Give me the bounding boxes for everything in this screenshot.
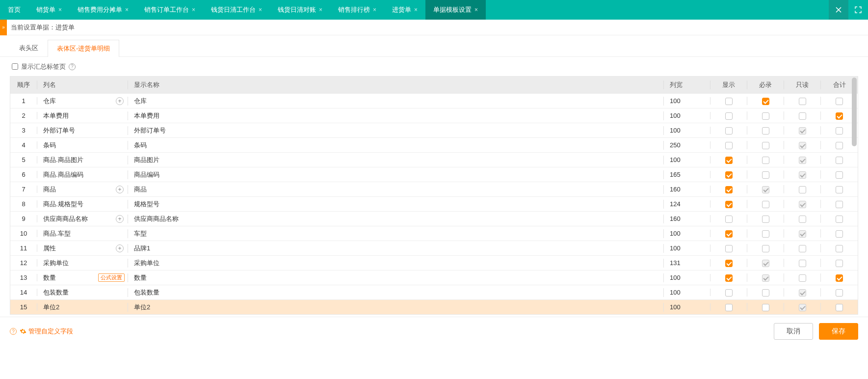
show-checkbox[interactable] bbox=[725, 260, 733, 267]
cell-width[interactable]: 100 bbox=[664, 303, 710, 311]
cell-width[interactable]: 100 bbox=[664, 230, 710, 237]
cell-display[interactable]: 供应商商品名称 bbox=[128, 215, 664, 223]
show-checkbox[interactable] bbox=[725, 201, 733, 208]
required-checkbox[interactable] bbox=[762, 142, 769, 149]
cell-display[interactable]: 商品 bbox=[128, 185, 664, 194]
table-row[interactable]: 8商品.规格型号规格型号124 bbox=[10, 196, 858, 211]
table-row[interactable]: 1仓库+仓库100 bbox=[10, 93, 858, 108]
total-checkbox[interactable] bbox=[836, 142, 843, 149]
save-button[interactable]: 保存 bbox=[819, 323, 858, 340]
close-icon[interactable]: × bbox=[319, 6, 322, 13]
cell-display[interactable]: 商品图片 bbox=[128, 156, 664, 164]
breadcrumb-handle-icon[interactable]: » bbox=[0, 20, 7, 35]
required-checkbox[interactable] bbox=[762, 157, 769, 164]
cell-width[interactable]: 160 bbox=[664, 186, 710, 193]
table-row[interactable]: 10商品.车型车型100 bbox=[10, 226, 858, 241]
required-checkbox[interactable] bbox=[762, 260, 769, 267]
close-icon[interactable]: × bbox=[192, 6, 195, 13]
top-tab[interactable]: 销售费用分摊单× bbox=[70, 0, 136, 20]
readonly-checkbox[interactable] bbox=[799, 157, 806, 164]
table-row[interactable]: 3外部订单号外部订单号100 bbox=[10, 123, 858, 137]
top-tab[interactable]: 销售订单工作台× bbox=[136, 0, 203, 20]
cancel-button[interactable]: 取消 bbox=[774, 323, 813, 340]
show-summary-checkbox[interactable] bbox=[12, 63, 18, 70]
required-checkbox[interactable] bbox=[762, 171, 769, 179]
top-tab[interactable]: 钱货日清对账× bbox=[270, 0, 330, 20]
readonly-checkbox[interactable] bbox=[799, 216, 806, 223]
show-checkbox[interactable] bbox=[725, 245, 733, 252]
readonly-checkbox[interactable] bbox=[799, 142, 806, 149]
readonly-checkbox[interactable] bbox=[799, 171, 806, 179]
cell-display[interactable]: 包装数量 bbox=[128, 288, 664, 297]
readonly-checkbox[interactable] bbox=[799, 186, 806, 193]
readonly-checkbox[interactable] bbox=[799, 201, 806, 208]
cell-width[interactable]: 100 bbox=[664, 97, 710, 105]
footer-help-icon[interactable]: ? bbox=[10, 328, 17, 335]
sub-tab[interactable]: 表头区 bbox=[10, 39, 48, 56]
total-checkbox[interactable] bbox=[836, 260, 843, 267]
table-row[interactable]: 12采购单位采购单位131 bbox=[10, 255, 858, 270]
total-checkbox[interactable] bbox=[836, 245, 843, 252]
cell-width[interactable]: 100 bbox=[664, 244, 710, 252]
show-checkbox[interactable] bbox=[725, 186, 733, 193]
table-row[interactable]: 13数量公式设置数量100 bbox=[10, 270, 858, 285]
add-icon[interactable]: + bbox=[116, 244, 124, 252]
readonly-checkbox[interactable] bbox=[799, 230, 806, 238]
show-checkbox[interactable] bbox=[725, 216, 733, 223]
total-checkbox[interactable] bbox=[836, 201, 843, 208]
add-icon[interactable]: + bbox=[116, 97, 124, 105]
required-checkbox[interactable] bbox=[762, 216, 769, 223]
table-row[interactable]: 9供应商商品名称+供应商商品名称160 bbox=[10, 211, 858, 226]
required-checkbox[interactable] bbox=[762, 201, 769, 208]
table-row[interactable]: 15单位2单位2100 bbox=[10, 299, 858, 314]
cell-display[interactable]: 仓库 bbox=[128, 97, 664, 106]
total-checkbox[interactable] bbox=[836, 230, 843, 238]
cell-width[interactable]: 165 bbox=[664, 171, 710, 178]
show-checkbox[interactable] bbox=[725, 157, 733, 164]
cell-width[interactable]: 131 bbox=[664, 259, 710, 267]
close-icon[interactable]: × bbox=[373, 6, 376, 13]
show-checkbox[interactable] bbox=[725, 274, 733, 282]
cell-width[interactable]: 124 bbox=[664, 200, 710, 208]
top-tab[interactable]: 销售排行榜× bbox=[330, 0, 384, 20]
top-tab[interactable]: 首页 bbox=[0, 0, 28, 20]
show-checkbox[interactable] bbox=[725, 112, 733, 120]
show-checkbox[interactable] bbox=[725, 230, 733, 238]
add-icon[interactable]: + bbox=[116, 215, 124, 223]
cell-width[interactable]: 100 bbox=[664, 274, 710, 281]
close-icon[interactable]: × bbox=[414, 6, 418, 13]
table-row[interactable]: 7商品+商品160 bbox=[10, 182, 858, 196]
close-icon[interactable]: × bbox=[474, 6, 478, 13]
cell-display[interactable]: 本单费用 bbox=[128, 111, 664, 120]
cell-display[interactable]: 品牌1 bbox=[128, 244, 664, 253]
close-icon[interactable]: × bbox=[58, 6, 62, 13]
show-checkbox[interactable] bbox=[725, 98, 733, 105]
add-icon[interactable]: + bbox=[116, 186, 124, 193]
table-row[interactable]: 11属性+品牌1100 bbox=[10, 241, 858, 255]
cell-display[interactable]: 条码 bbox=[128, 141, 664, 150]
fullscreen-button[interactable] bbox=[848, 0, 868, 20]
close-icon[interactable]: × bbox=[125, 6, 129, 13]
cell-width[interactable]: 100 bbox=[664, 156, 710, 163]
total-checkbox[interactable] bbox=[836, 98, 843, 105]
cell-width[interactable]: 160 bbox=[664, 215, 710, 222]
close-all-tabs-button[interactable] bbox=[829, 0, 848, 20]
cell-display[interactable]: 车型 bbox=[128, 229, 664, 238]
show-checkbox[interactable] bbox=[725, 289, 733, 297]
close-icon[interactable]: × bbox=[259, 6, 262, 13]
total-checkbox[interactable] bbox=[836, 127, 843, 135]
required-checkbox[interactable] bbox=[762, 112, 769, 120]
cell-display[interactable]: 商品编码 bbox=[128, 170, 664, 179]
readonly-checkbox[interactable] bbox=[799, 98, 806, 105]
required-checkbox[interactable] bbox=[762, 230, 769, 238]
required-checkbox[interactable] bbox=[762, 127, 769, 135]
readonly-checkbox[interactable] bbox=[799, 260, 806, 267]
required-checkbox[interactable] bbox=[762, 274, 769, 282]
cell-display[interactable]: 规格型号 bbox=[128, 200, 664, 209]
total-checkbox[interactable] bbox=[836, 304, 843, 311]
readonly-checkbox[interactable] bbox=[799, 127, 806, 135]
help-icon[interactable]: ? bbox=[69, 63, 76, 70]
table-row[interactable]: 4条码条码250 bbox=[10, 137, 858, 152]
total-checkbox[interactable] bbox=[836, 216, 843, 223]
required-checkbox[interactable] bbox=[762, 186, 769, 193]
